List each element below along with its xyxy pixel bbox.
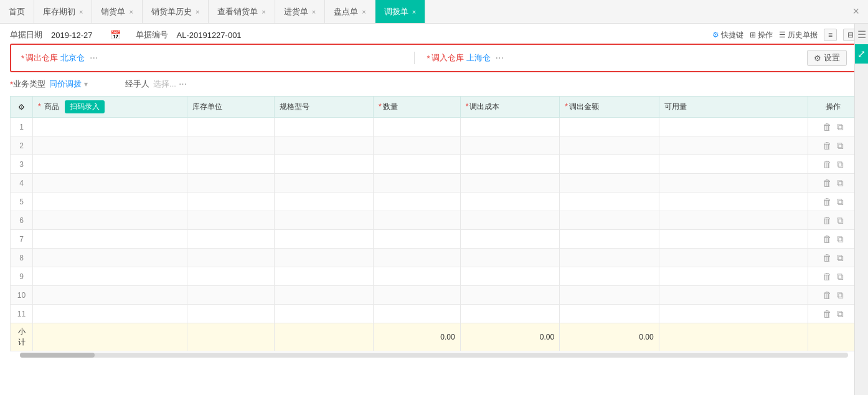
tab-inventory-init[interactable]: 库存期初 × xyxy=(34,0,92,23)
delete-icon[interactable]: 🗑 xyxy=(823,271,832,282)
row-qty[interactable] xyxy=(374,155,461,174)
row-available[interactable] xyxy=(659,174,808,193)
row-available[interactable] xyxy=(659,118,808,136)
row-spec[interactable] xyxy=(274,230,374,249)
row-amount[interactable] xyxy=(560,286,659,305)
row-qty[interactable] xyxy=(374,136,461,155)
row-available[interactable] xyxy=(659,286,808,305)
row-amount[interactable] xyxy=(560,211,659,230)
row-unit[interactable] xyxy=(187,305,274,323)
row-spec[interactable] xyxy=(274,211,374,230)
delete-icon[interactable]: 🗑 xyxy=(823,140,832,151)
row-cost[interactable] xyxy=(460,174,560,193)
row-product[interactable] xyxy=(33,136,187,155)
row-unit[interactable] xyxy=(187,249,274,267)
delete-icon[interactable]: 🗑 xyxy=(823,290,832,300)
delete-icon[interactable]: 🗑 xyxy=(823,308,832,319)
row-available[interactable] xyxy=(659,267,808,286)
row-cost[interactable] xyxy=(460,155,560,174)
tab-transfer-close[interactable]: × xyxy=(412,8,416,16)
sidebar-list-icon[interactable]: ☰ xyxy=(856,29,867,40)
row-spec[interactable] xyxy=(274,193,374,211)
settings-button[interactable]: ⚙ 设置 xyxy=(807,50,847,66)
row-available[interactable] xyxy=(659,249,808,267)
copy-icon[interactable]: ⧉ xyxy=(837,308,844,320)
business-type-dropdown-icon[interactable]: ▾ xyxy=(84,80,88,88)
row-amount[interactable] xyxy=(560,249,659,267)
row-available[interactable] xyxy=(659,305,808,323)
row-product[interactable] xyxy=(33,305,187,323)
row-amount[interactable] xyxy=(560,305,659,323)
row-spec[interactable] xyxy=(274,267,374,286)
copy-icon[interactable]: ⧉ xyxy=(837,140,844,151)
sidebar-expand-icon[interactable]: ⤢ xyxy=(855,44,869,64)
row-amount[interactable] xyxy=(560,136,659,155)
operations-btn[interactable]: ⊞ 操作 xyxy=(750,30,773,40)
row-amount[interactable] xyxy=(560,267,659,286)
in-warehouse-more-btn[interactable]: ··· xyxy=(496,52,504,64)
row-spec[interactable] xyxy=(274,305,374,323)
row-cost[interactable] xyxy=(460,118,560,136)
row-product[interactable] xyxy=(33,267,187,286)
row-unit[interactable] xyxy=(187,174,274,193)
row-cost[interactable] xyxy=(460,249,560,267)
row-product[interactable] xyxy=(33,174,187,193)
row-spec[interactable] xyxy=(274,286,374,305)
tab-view-sales-close[interactable]: × xyxy=(262,8,265,16)
copy-icon[interactable]: ⧉ xyxy=(837,234,844,245)
row-available[interactable] xyxy=(659,211,808,230)
delete-icon[interactable]: 🗑 xyxy=(823,159,832,169)
row-amount[interactable] xyxy=(560,193,659,211)
tab-inventory[interactable]: 盘点单 × xyxy=(325,0,375,23)
row-qty[interactable] xyxy=(374,211,461,230)
row-unit[interactable] xyxy=(187,193,274,211)
table-settings-icon[interactable]: ⚙ xyxy=(18,103,25,112)
row-product[interactable] xyxy=(33,193,187,211)
tab-bar-close-btn[interactable]: × xyxy=(844,5,868,18)
scan-btn[interactable]: 扫码录入 xyxy=(65,100,105,113)
history-btn[interactable]: ☰ 历史单据 xyxy=(779,30,818,40)
row-unit[interactable] xyxy=(187,230,274,249)
row-spec[interactable] xyxy=(274,118,374,136)
tab-home[interactable]: 首页 xyxy=(0,0,34,23)
tab-inventory-close[interactable]: × xyxy=(362,8,366,16)
delete-icon[interactable]: 🗑 xyxy=(823,196,832,207)
row-cost[interactable] xyxy=(460,286,560,305)
row-unit[interactable] xyxy=(187,118,274,136)
row-spec[interactable] xyxy=(274,249,374,267)
delete-icon[interactable]: 🗑 xyxy=(823,215,832,226)
row-product[interactable] xyxy=(33,118,187,136)
row-cost[interactable] xyxy=(460,193,560,211)
delete-icon[interactable]: 🗑 xyxy=(823,252,832,263)
row-qty[interactable] xyxy=(374,174,461,193)
row-cost[interactable] xyxy=(460,136,560,155)
row-cost[interactable] xyxy=(460,211,560,230)
row-product[interactable] xyxy=(33,249,187,267)
tab-sales[interactable]: 销货单 × xyxy=(92,0,142,23)
row-amount[interactable] xyxy=(560,230,659,249)
copy-icon[interactable]: ⧉ xyxy=(837,196,844,207)
row-unit[interactable] xyxy=(187,155,274,174)
tab-transfer[interactable]: 调拨单 × xyxy=(375,0,425,23)
copy-icon[interactable]: ⧉ xyxy=(837,271,844,282)
row-spec[interactable] xyxy=(274,136,374,155)
handler-select[interactable]: 选择... xyxy=(153,79,176,90)
delete-icon[interactable]: 🗑 xyxy=(823,121,832,132)
row-amount[interactable] xyxy=(560,155,659,174)
row-spec[interactable] xyxy=(274,155,374,174)
row-qty[interactable] xyxy=(374,249,461,267)
tab-purchase-close[interactable]: × xyxy=(312,8,316,16)
copy-icon[interactable]: ⧉ xyxy=(837,252,844,264)
copy-icon[interactable]: ⧉ xyxy=(837,159,844,170)
tab-sales-history[interactable]: 销货单历史 × xyxy=(143,0,209,23)
copy-icon[interactable]: ⧉ xyxy=(837,290,844,301)
row-product[interactable] xyxy=(33,286,187,305)
row-amount[interactable] xyxy=(560,118,659,136)
tab-purchase[interactable]: 进货单 × xyxy=(275,0,325,23)
row-cost[interactable] xyxy=(460,230,560,249)
row-available[interactable] xyxy=(659,193,808,211)
row-amount[interactable] xyxy=(560,174,659,193)
row-available[interactable] xyxy=(659,136,808,155)
row-product[interactable] xyxy=(33,230,187,249)
copy-icon[interactable]: ⧉ xyxy=(837,215,844,226)
